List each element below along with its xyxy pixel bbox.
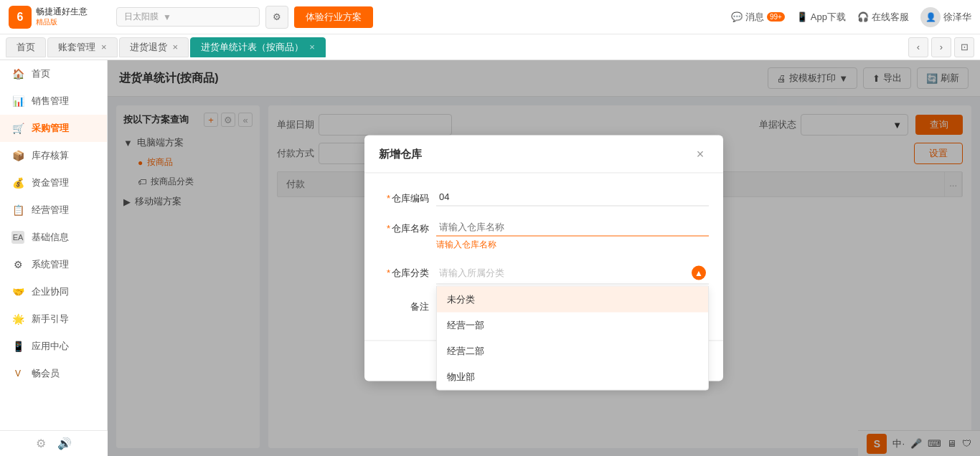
name-required-mark: *	[387, 223, 390, 234]
sidebar-item-purchase[interactable]: 🛒 采购管理	[0, 115, 107, 142]
inventory-icon: 📦	[11, 149, 24, 162]
service-icon: 🎧	[857, 11, 869, 22]
category-arrow-up-icon: ▲	[692, 266, 706, 280]
tab-account-label: 账套管理	[58, 41, 95, 54]
tab-purchase-return[interactable]: 进货退货 ×	[119, 37, 189, 57]
sidebar-item-system[interactable]: ⚙ 系统管理	[0, 251, 107, 278]
dialog-name-label: *仓库名称	[379, 218, 436, 235]
guide-icon: 🌟	[11, 313, 24, 326]
dialog-close-button[interactable]: ×	[692, 146, 709, 163]
sidebar-enterprise-label: 企业协同	[32, 285, 69, 298]
content: 进货单统计(按商品) 🖨 按模板打印 ▼ ⬆ 导出 🔄 刷新	[108, 60, 980, 456]
sidebar-app-label: 应用中心	[32, 340, 69, 353]
home-icon: 🏠	[11, 67, 24, 80]
app-label: App下载	[811, 11, 846, 24]
sidebar-system-label: 系统管理	[32, 258, 69, 271]
tab-purchase-stats-label: 进货单统计表（按商品）	[201, 41, 303, 54]
tabbar: 首页 账套管理 × 进货退货 × 进货单统计表（按商品） × ‹ › ⊡	[0, 34, 980, 60]
user-avatar: 👤	[920, 7, 941, 27]
tabbar-expand-icon[interactable]: ⊡	[954, 37, 974, 57]
dialog-code-field	[436, 188, 709, 206]
sidebar-item-operation[interactable]: 📋 经营管理	[0, 196, 107, 224]
sidebar-item-finance[interactable]: 💰 资金管理	[0, 169, 107, 196]
warehouse-name-error: 请输入仓库名称	[436, 239, 709, 251]
sidebar-home-label: 首页	[32, 67, 50, 80]
warehouse-code-input[interactable]	[436, 188, 709, 206]
tab-home-label: 首页	[17, 41, 35, 54]
dialog-category-label: *仓库分类	[379, 262, 436, 280]
topbar-search: 日太阳膜 ▼ ⚙ 体验行业方案	[116, 6, 731, 29]
dialog-code-label: *仓库编码	[379, 188, 436, 205]
tab-purchase-return-label: 进货退货	[130, 41, 167, 54]
tab-purchase-stats-close-icon[interactable]: ×	[309, 42, 315, 52]
dialog-title: 新增仓库	[379, 147, 422, 161]
sidebar-item-inventory[interactable]: 📦 库存核算	[0, 142, 107, 169]
dialog-category-row: *仓库分类 请输入所属分类 ▲ 未分类 经营一部 经营二部 物业部	[379, 262, 709, 285]
logo-title: 畅捷通好生意	[36, 6, 88, 18]
sidebar-vip-label: 畅会员	[32, 367, 60, 380]
tab-purchase-return-close-icon[interactable]: ×	[173, 42, 179, 52]
tabbar-prev-icon[interactable]: ‹	[908, 37, 928, 57]
logo-area: 6 畅捷通好生意 精品版	[9, 6, 116, 29]
dialog-code-row: *仓库编码	[379, 188, 709, 206]
sidebar-item-enterprise[interactable]: 🤝 企业协同	[0, 278, 107, 305]
app-center-icon: 📱	[11, 340, 24, 353]
purchase-icon: 🛒	[11, 122, 24, 135]
search-box[interactable]: 日太阳膜 ▼	[116, 7, 260, 27]
bottom-settings-icon[interactable]: ⚙	[36, 437, 46, 450]
dropdown-item-dept3[interactable]: 物业部	[437, 364, 708, 390]
tab-account-close-icon[interactable]: ×	[101, 42, 107, 52]
trial-button[interactable]: 体验行业方案	[294, 6, 373, 28]
topbar: 6 畅捷通好生意 精品版 日太阳膜 ▼ ⚙ 体验行业方案 💬 消息 99+ 📱 …	[0, 0, 980, 34]
bottom-speaker-icon[interactable]: 🔊	[57, 437, 72, 450]
main-layout: 🏠 首页 📊 销售管理 🛒 采购管理 📦 库存核算 💰 资金管理 📋 经营管理 …	[0, 60, 980, 456]
sidebar-finance-label: 资金管理	[32, 176, 69, 189]
sidebar-item-home[interactable]: 🏠 首页	[0, 60, 107, 87]
app-download-item[interactable]: 📱 App下载	[796, 11, 846, 24]
category-required-mark: *	[387, 267, 390, 278]
dialog-body: *仓库编码 *仓库名称 请输入仓库名称	[364, 174, 723, 341]
operation-icon: 📋	[11, 204, 24, 217]
dropdown-item-dept1[interactable]: 经营一部	[437, 313, 708, 338]
sidebar-item-sales[interactable]: 📊 销售管理	[0, 87, 107, 115]
dialog-header: 新增仓库 ×	[364, 136, 723, 174]
gear-button[interactable]: ⚙	[265, 6, 288, 29]
sidebar-item-base[interactable]: EA 基础信息	[0, 224, 107, 251]
sidebar-item-app[interactable]: 📱 应用中心	[0, 333, 107, 360]
system-icon: ⚙	[11, 258, 24, 271]
search-arrow-icon: ▼	[163, 12, 171, 22]
sidebar-item-vip[interactable]: V 畅会员	[0, 360, 107, 387]
dialog-name-field: 请输入仓库名称	[436, 218, 709, 251]
tabbar-next-icon[interactable]: ›	[931, 37, 951, 57]
user-item[interactable]: 👤 徐泽华	[920, 7, 971, 27]
dialog-category-field: 请输入所属分类 ▲ 未分类 经营一部 经营二部 物业部	[436, 262, 709, 285]
online-service-item[interactable]: 🎧 在线客服	[857, 11, 909, 24]
code-required-mark: *	[387, 193, 390, 204]
tab-home[interactable]: 首页	[6, 37, 46, 57]
new-warehouse-dialog: 新增仓库 × *仓库编码 *仓库名称	[364, 136, 723, 381]
topbar-right: 💬 消息 99+ 📱 App下载 🎧 在线客服 👤 徐泽华	[731, 7, 971, 27]
service-label: 在线客服	[872, 11, 909, 24]
warehouse-name-input[interactable]	[436, 218, 709, 237]
dialog-note-label: 备注	[379, 296, 436, 313]
tab-account[interactable]: 账套管理 ×	[47, 37, 118, 57]
category-placeholder: 请输入所属分类	[439, 267, 504, 280]
dropdown-item-uncategorized[interactable]: 未分类	[437, 287, 708, 313]
message-item[interactable]: 💬 消息 99+	[731, 11, 785, 24]
app-icon: 📱	[796, 11, 808, 22]
logo-sub: 精品版	[36, 17, 88, 27]
dropdown-item-dept2[interactable]: 经营二部	[437, 338, 708, 364]
message-icon: 💬	[731, 11, 743, 22]
finance-icon: 💰	[11, 176, 24, 189]
sidebar-item-guide[interactable]: 🌟 新手引导	[0, 305, 107, 333]
sidebar-base-label: 基础信息	[32, 231, 69, 244]
search-text: 日太阳膜	[124, 11, 159, 23]
tab-purchase-stats[interactable]: 进货单统计表（按商品） ×	[190, 37, 326, 57]
bottom-bar: ⚙ 🔊	[0, 430, 108, 456]
warehouse-category-select[interactable]: 请输入所属分类 ▲	[436, 262, 709, 285]
sales-icon: 📊	[11, 95, 24, 108]
dialog-name-row: *仓库名称 请输入仓库名称	[379, 218, 709, 251]
sidebar-sales-label: 销售管理	[32, 95, 69, 108]
category-dropdown: 未分类 经营一部 经营二部 物业部	[436, 286, 709, 391]
base-icon: EA	[11, 231, 24, 244]
